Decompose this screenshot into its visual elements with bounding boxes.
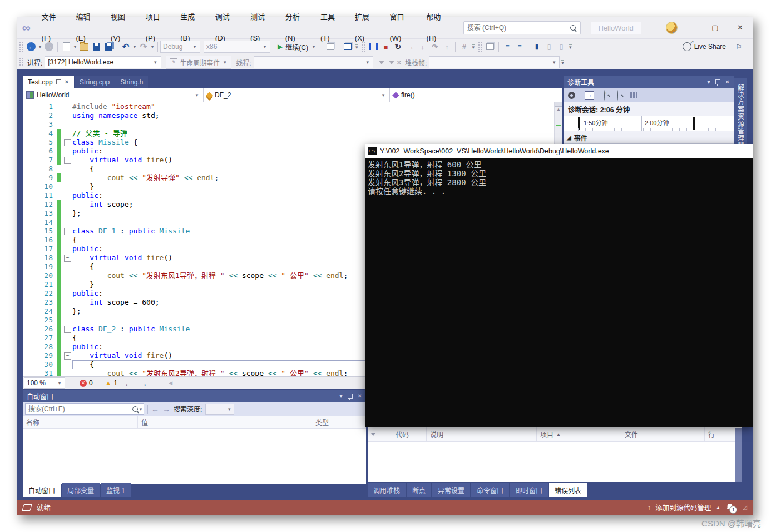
next-bookmark-button[interactable] xyxy=(555,41,567,53)
thread-selector[interactable] xyxy=(254,56,373,68)
maximize-button[interactable]: ▢ xyxy=(703,17,728,38)
restart-button[interactable] xyxy=(392,41,404,53)
add-to-source-control-button[interactable]: 添加到源代码管理 xyxy=(655,502,711,513)
tool-window-tab[interactable]: 断点 xyxy=(407,483,431,497)
decrease-indent-button[interactable] xyxy=(501,41,513,53)
tool-window-tab[interactable]: 调用堆栈 xyxy=(368,483,406,497)
live-share-button[interactable]: Live Share xyxy=(683,42,726,51)
toolbar-overflow-icon[interactable] xyxy=(561,60,564,65)
autos-search-box[interactable] xyxy=(25,403,144,415)
toolbar-overflow-icon[interactable] xyxy=(472,44,475,49)
outlining-margin[interactable] xyxy=(63,102,72,111)
tool-window-tab[interactable]: 自动窗口 xyxy=(23,483,61,497)
document-tab[interactable]: String.cpp xyxy=(75,76,115,88)
search-options-caret-icon[interactable] xyxy=(138,406,144,412)
tool-window-tab[interactable]: 异常设置 xyxy=(432,483,470,497)
user-avatar[interactable] xyxy=(666,22,678,34)
code-line[interactable]: 2using namespace std; xyxy=(23,111,562,120)
outlining-margin[interactable] xyxy=(63,342,72,351)
feedback-button[interactable] xyxy=(733,41,745,53)
export-icon[interactable] xyxy=(585,91,594,100)
outlining-margin[interactable] xyxy=(63,218,72,227)
scroll-up-icon[interactable] xyxy=(555,107,562,112)
outlining-margin[interactable] xyxy=(63,298,72,307)
navigate-backward-icon[interactable] xyxy=(124,379,132,388)
outlining-margin[interactable] xyxy=(63,236,72,245)
console-title-bar[interactable]: C:\ Y:\002_WorkSpace\002_VS\HelloWorld\H… xyxy=(365,144,753,158)
chart-icon[interactable] xyxy=(630,92,637,98)
zoom-in-icon[interactable]: + xyxy=(604,91,612,100)
outlining-margin[interactable] xyxy=(63,120,72,129)
search-depth-selector[interactable] xyxy=(205,404,234,415)
outlining-margin[interactable] xyxy=(63,262,72,271)
outlining-margin[interactable] xyxy=(63,191,72,200)
outlining-margin[interactable]: − xyxy=(63,325,72,334)
collapse-icon[interactable]: − xyxy=(64,352,71,360)
project-dropdown[interactable]: HelloWorld xyxy=(23,88,204,102)
tool-window-tab[interactable]: 即时窗口 xyxy=(510,483,548,497)
close-tab-icon[interactable] xyxy=(65,79,69,85)
pin-icon[interactable] xyxy=(348,394,353,399)
tool-window-tab[interactable]: 错误列表 xyxy=(549,483,587,497)
window-menu-icon[interactable] xyxy=(340,393,343,399)
tool-window-tab[interactable]: 监视 1 xyxy=(101,483,131,497)
column-header[interactable]: 项目 xyxy=(537,427,621,441)
errorlist-grid-body[interactable] xyxy=(368,442,742,482)
step-curve-button[interactable] xyxy=(428,41,441,53)
member-dropdown[interactable]: fire() xyxy=(390,88,562,102)
hex-display-button[interactable] xyxy=(458,41,470,53)
stop-debugging-button[interactable] xyxy=(379,41,392,53)
collapse-icon[interactable]: − xyxy=(64,157,71,164)
outlining-margin[interactable] xyxy=(63,245,72,253)
close-icon[interactable] xyxy=(725,79,730,85)
flagged-filter-icon[interactable] xyxy=(389,61,394,64)
solution-configuration-selector[interactable]: Debug xyxy=(160,41,200,53)
toolbar-grip[interactable] xyxy=(19,57,23,67)
outlining-margin[interactable] xyxy=(63,316,72,325)
outlining-margin[interactable]: − xyxy=(63,253,72,262)
error-count-icon[interactable] xyxy=(80,380,87,387)
collapse-icon[interactable]: − xyxy=(64,228,71,235)
quick-search-box[interactable] xyxy=(463,21,581,34)
outlining-margin[interactable] xyxy=(63,165,72,173)
column-header[interactable]: 类型 xyxy=(312,416,366,428)
redo-caret-icon[interactable] xyxy=(150,44,155,49)
warning-count-icon[interactable] xyxy=(105,379,112,387)
redo-button[interactable] xyxy=(137,41,150,53)
pin-icon[interactable] xyxy=(56,79,61,84)
navigate-forward-button[interactable] xyxy=(43,41,55,53)
tool-window-tab[interactable]: 局部变量 xyxy=(62,483,100,497)
outlining-margin[interactable] xyxy=(63,280,72,289)
outlining-margin[interactable] xyxy=(63,111,72,120)
increase-indent-button[interactable] xyxy=(513,41,526,53)
search-back-icon[interactable] xyxy=(151,405,159,414)
zoom-selector[interactable]: 100 % xyxy=(24,377,65,389)
errorlist-scrollbar[interactable] xyxy=(735,428,742,482)
severity-column-header[interactable] xyxy=(368,427,392,441)
open-file-button[interactable] xyxy=(78,41,90,53)
console-output[interactable]: 发射东风1导弹，射程 600 公里发射东风2导弹，射程 1300 公里发射东风3… xyxy=(365,158,753,427)
outlining-margin[interactable]: − xyxy=(63,227,72,236)
outlining-margin[interactable] xyxy=(63,360,72,369)
new-file-caret-icon[interactable] xyxy=(72,44,78,49)
minimize-button[interactable]: – xyxy=(678,17,703,38)
zoom-out-icon[interactable]: − xyxy=(617,91,626,100)
outlining-margin[interactable]: − xyxy=(63,138,72,147)
diagnostics-title-bar[interactable]: 诊断工具 xyxy=(564,76,734,88)
toggle-bookmark-button[interactable] xyxy=(531,41,543,53)
toolbar-overflow-icon[interactable] xyxy=(355,44,358,49)
solution-platform-selector[interactable]: x86 xyxy=(204,41,270,53)
toolbar-grip[interactable] xyxy=(361,42,365,52)
browser-link-button[interactable] xyxy=(324,41,337,53)
close-icon[interactable] xyxy=(358,393,362,399)
undo-button[interactable] xyxy=(120,41,132,53)
toolbar-overflow-icon[interactable] xyxy=(569,44,572,49)
process-selector[interactable]: [3172] HelloWorld.exe xyxy=(45,56,161,68)
autos-search-input[interactable] xyxy=(26,405,132,413)
save-button[interactable] xyxy=(90,41,102,53)
column-header[interactable]: 文件 xyxy=(621,427,705,441)
break-all-button[interactable] xyxy=(367,41,379,53)
outlining-margin[interactable] xyxy=(63,289,72,298)
scrollbar-splitter-handle[interactable] xyxy=(555,102,562,107)
outlining-margin[interactable] xyxy=(63,182,72,191)
